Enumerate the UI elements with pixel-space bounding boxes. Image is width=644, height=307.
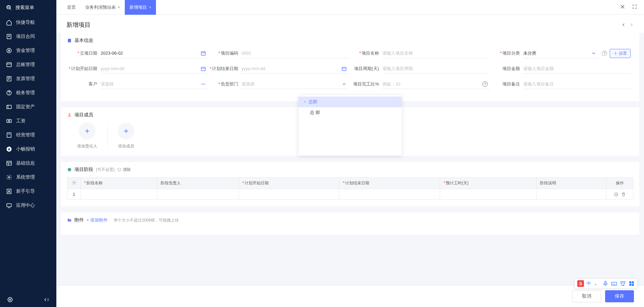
attachment-hint: 单个大小不超过200MB，可拖拽上传 (114, 218, 179, 223)
svg-rect-15 (7, 120, 11, 123)
cell-stage-desc[interactable] (537, 189, 606, 200)
calendar-icon[interactable] (201, 66, 206, 71)
plan-end-input[interactable] (241, 66, 339, 71)
sidebar-item-tax[interactable]: 税务管理 (0, 86, 56, 100)
svg-point-22 (8, 177, 10, 178)
clear-button[interactable]: 清除 (117, 167, 131, 173)
svg-rect-50 (605, 281, 606, 284)
complete-pct-input[interactable] (382, 81, 480, 86)
code-input[interactable] (241, 51, 346, 56)
dept-dropdown: 总部 总 部 (299, 95, 402, 156)
ime-tools-icon[interactable] (629, 281, 635, 287)
cell-plan-start[interactable] (239, 189, 339, 200)
ime-punct-icon[interactable] (594, 281, 600, 287)
add-row-icon[interactable] (614, 192, 619, 197)
ime-skin-icon[interactable] (620, 281, 626, 287)
gear-icon[interactable] (72, 180, 76, 185)
tab-profit-estimate[interactable]: 业务利润预估表× (80, 0, 125, 15)
svg-rect-38 (342, 67, 346, 71)
calendar-icon[interactable] (341, 66, 347, 71)
ime-mic-icon[interactable] (602, 281, 608, 287)
sidebar-item-system[interactable]: 系统管理 (0, 170, 56, 184)
sidebar-item-label: 新手引导 (16, 188, 35, 194)
page-title: 新增项目 (66, 21, 91, 29)
sidebar-item-funds[interactable]: 资金管理 (0, 44, 56, 58)
sidebar-item-label: 小畅报销 (16, 146, 35, 152)
more-icon[interactable] (201, 81, 206, 87)
collapse-icon[interactable] (44, 297, 49, 302)
sidebar-item-salary[interactable]: 工资 (0, 114, 56, 128)
table-row[interactable]: 1 (67, 189, 633, 200)
chevron-up-icon[interactable] (341, 81, 347, 87)
sidebar-item-baseinfo[interactable]: 基础信息 (0, 156, 56, 170)
add-owner-label: 添加责任人 (77, 143, 97, 149)
col-stage-desc: 阶段说明 (537, 178, 606, 189)
svg-point-41 (203, 83, 204, 84)
search-menu-icon (6, 5, 12, 11)
sidebar-item-appcenter[interactable]: 应用中心 (0, 198, 56, 212)
tab-new-project[interactable]: 新增项目× (125, 0, 156, 15)
calendar-icon[interactable] (201, 51, 206, 56)
help-icon[interactable]: ? (602, 51, 607, 56)
tab-home[interactable]: 首页 (62, 0, 80, 15)
close-icon[interactable]: × (149, 5, 151, 10)
dept-select[interactable] (241, 81, 339, 86)
svg-rect-36 (201, 67, 205, 71)
gear-icon[interactable] (7, 297, 13, 302)
plan-start-input[interactable] (101, 66, 198, 71)
sidebar-item-label: 固定资产 (16, 104, 35, 110)
sidebar-search[interactable]: 搜索菜单 (0, 0, 56, 15)
add-attachment-button[interactable]: + 添加附件 (87, 217, 108, 223)
cancel-button[interactable]: 取消 (572, 290, 601, 302)
sidebar-item-expense[interactable]: 小畅报销 (0, 142, 56, 156)
add-member-button[interactable]: + (118, 123, 135, 139)
sidebar-item-ledger[interactable]: 总账管理 (0, 58, 56, 72)
sidebar-item-label: 系统管理 (16, 174, 35, 180)
close-all-icon[interactable] (619, 3, 626, 10)
sidebar-search-label: 搜索菜单 (15, 5, 34, 11)
sidebar-item-assets[interactable]: 固定资产 (0, 100, 56, 114)
svg-rect-30 (68, 39, 71, 43)
complete-pct-label: 项目完工比% (349, 81, 382, 87)
delete-row-icon[interactable] (621, 192, 626, 197)
chevron-down-icon[interactable] (591, 51, 596, 56)
svg-point-35 (615, 53, 616, 54)
remark-input[interactable] (523, 81, 628, 86)
dropdown-option-hq-child[interactable]: 总 部 (299, 107, 402, 118)
dropdown-option-hq[interactable]: 总部 (299, 97, 402, 107)
category-select[interactable] (523, 51, 596, 56)
sidebar-item-business[interactable]: 经营管理 (0, 128, 56, 142)
next-arrow-icon[interactable] (629, 22, 634, 27)
customer-select[interactable] (101, 81, 198, 86)
help-icon[interactable]: ? (482, 81, 488, 87)
guide-icon (6, 188, 12, 194)
svg-line-1 (10, 8, 11, 10)
sidebar-item-invoice[interactable]: 发票管理 (0, 72, 56, 86)
plan-end-label: *计划结束日期 (208, 66, 241, 72)
customer-label: 客户 (67, 81, 101, 87)
name-input[interactable] (382, 51, 487, 56)
amount-input[interactable] (523, 66, 628, 71)
cell-stage-owner[interactable] (157, 189, 239, 200)
ime-logo-icon[interactable]: S (577, 280, 584, 287)
sidebar-item-contract[interactable]: 项目合同 (0, 29, 56, 44)
tab-bar: 首页 业务利润预估表× 新增项目× (56, 0, 644, 15)
save-button[interactable]: 保存 (605, 290, 634, 302)
prev-arrow-icon[interactable] (621, 22, 626, 27)
ime-keyboard-icon[interactable] (611, 281, 617, 287)
add-owner-button[interactable]: + (79, 123, 96, 139)
cell-stage-name[interactable] (81, 189, 157, 200)
ime-lang[interactable]: 中 (587, 281, 591, 287)
svg-rect-60 (632, 284, 634, 286)
settings-button[interactable]: 设置 (610, 49, 631, 58)
sidebar-item-guide[interactable]: 新手引导 (0, 184, 56, 198)
sidebar-item-label: 工资 (16, 118, 25, 124)
sidebar-item-quicknav[interactable]: 快捷导航 (0, 15, 56, 29)
plus-icon: + (124, 126, 128, 136)
cycle-input[interactable] (382, 66, 487, 71)
cell-est-hours[interactable] (440, 189, 537, 200)
cell-plan-end[interactable] (339, 189, 440, 200)
create-date-input[interactable] (101, 51, 198, 56)
fullscreen-icon[interactable] (632, 4, 637, 9)
close-icon[interactable]: × (118, 5, 120, 10)
